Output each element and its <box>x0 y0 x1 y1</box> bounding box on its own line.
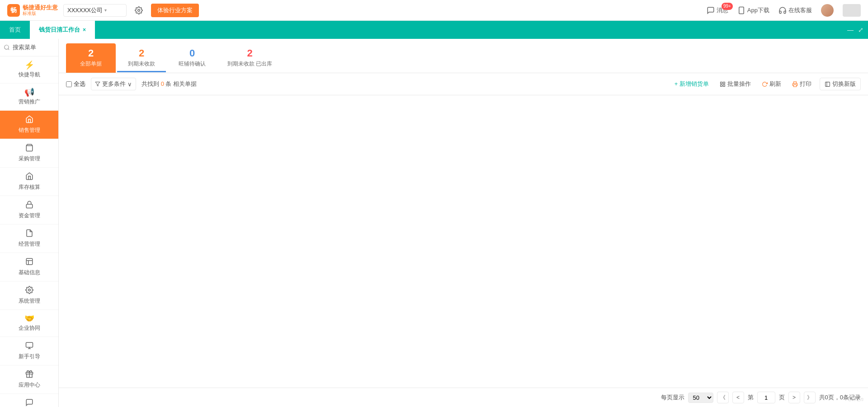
filter-icon <box>95 81 100 87</box>
stat-tab-overdue-label: 到期未收款 <box>128 60 155 68</box>
app-download-action[interactable]: App下载 <box>737 6 769 14</box>
settings-button[interactable] <box>132 4 146 17</box>
filter-button[interactable]: 更多条件 ∨ <box>91 78 136 90</box>
tab-workbench-label: 钱货日清工作台 <box>39 26 80 34</box>
experience-button[interactable]: 体验行业方案 <box>151 4 199 17</box>
refresh-icon <box>762 81 768 87</box>
sidebar-item-sales[interactable]: 销售管理 <box>0 111 58 139</box>
main-layout: 搜索菜单 ⚡ 快捷导航 📢 营销推广 销售管理 采购管理 <box>0 39 868 407</box>
sidebar-item-wechat[interactable]: 企业微信 <box>0 394 58 407</box>
stat-tab-pending-label: 旺辅待确认 <box>179 60 206 68</box>
batch-operation-button[interactable]: 批量操作 <box>717 78 754 90</box>
logo-sub-text: 标准版 <box>23 11 58 16</box>
sidebar-label-marketing: 营销推广 <box>19 98 40 106</box>
user-name-area[interactable] <box>843 4 861 17</box>
user-avatar[interactable] <box>821 4 834 17</box>
top-header: 畅 畅捷通好生意 标准版 XXXXXX公司 ▾ 体验行业方案 消息 99+ <box>0 0 868 21</box>
sidebar-item-app-center[interactable]: 应用中心 <box>0 365 58 394</box>
sidebar-item-guide[interactable]: 新手引导 <box>0 337 58 365</box>
online-service-action[interactable]: 在线客服 <box>778 6 812 14</box>
tab-maximize-button[interactable]: ⤢ <box>858 26 863 33</box>
stat-tab-all[interactable]: 2 全部单据 <box>66 43 116 73</box>
sidebar-item-marketing[interactable]: 📢 营销推广 <box>0 84 58 111</box>
stat-tab-overdue-num: 2 <box>139 47 144 59</box>
sidebar-label-enterprise: 企业协同 <box>19 324 40 332</box>
switch-label: 切换新版 <box>832 80 856 88</box>
refresh-button[interactable]: 刷新 <box>759 78 784 90</box>
found-prefix: 共找到 <box>142 80 159 87</box>
search-icon <box>4 44 10 51</box>
sidebar-label-basic-info: 基础信息 <box>19 269 40 276</box>
stat-tab-shipped[interactable]: 2 到期未收款 已出库 <box>218 43 282 73</box>
company-name: XXXXXX公司 <box>67 6 103 14</box>
select-all-checkbox[interactable]: 全选 <box>66 80 85 88</box>
svg-rect-20 <box>723 84 725 86</box>
select-all-label: 全选 <box>74 80 85 88</box>
toolbar-right: + 新增销货单 批量操作 刷新 打印 <box>672 78 861 90</box>
select-all-input[interactable] <box>66 81 72 87</box>
tab-workbench[interactable]: 钱货日清工作台 × <box>30 21 95 39</box>
sidebar-item-basic-info[interactable]: 基础信息 <box>0 253 58 281</box>
add-sale-button[interactable]: + 新增销货单 <box>672 78 712 90</box>
first-page-button[interactable]: 《 <box>717 392 729 403</box>
headset-icon <box>778 6 787 14</box>
prev-page-button[interactable]: < <box>732 392 744 403</box>
sidebar-item-system[interactable]: 系统管理 <box>0 281 58 310</box>
svg-rect-18 <box>723 82 725 84</box>
total-label: 共0页，0条记录 <box>819 393 861 402</box>
app-download-icon <box>737 6 745 14</box>
app-logo-icon: 畅 <box>7 4 20 17</box>
company-selector[interactable]: XXXXXX公司 ▾ <box>63 4 127 17</box>
operations-icon <box>25 229 33 239</box>
last-page-button[interactable]: 》 <box>804 392 816 403</box>
sidebar-item-finance[interactable]: 资金管理 <box>0 196 58 225</box>
stat-tab-pending[interactable]: 0 旺辅待确认 <box>167 43 217 73</box>
switch-icon <box>825 81 830 87</box>
tab-bar: 首页 钱货日清工作台 × — ⤢ <box>0 21 868 39</box>
svg-point-0 <box>138 9 140 11</box>
pagination-bar: 每页显示 50 100 《 < 第 页 > 》 共0页，0条记录 <box>59 388 868 407</box>
toolbar: 全选 更多条件 ∨ 共找到 0 条 相关单据 + 新增销货单 <box>59 73 868 95</box>
sidebar-item-operations[interactable]: 经营管理 <box>0 225 58 253</box>
print-icon <box>792 81 798 87</box>
app-download-label: App下载 <box>747 6 769 14</box>
tab-minimize-button[interactable]: — <box>847 26 854 33</box>
next-page-button[interactable]: > <box>788 392 800 403</box>
found-count: 0 <box>161 80 164 87</box>
purchase-icon <box>25 144 33 153</box>
finance-icon <box>25 201 33 210</box>
tab-bar-actions: — ⤢ <box>847 26 868 33</box>
tab-home[interactable]: 首页 <box>0 21 30 39</box>
switch-new-button[interactable]: 切换新版 <box>820 78 861 90</box>
sidebar-search[interactable]: 搜索菜单 <box>0 39 58 56</box>
sidebar-label-app-center: 应用中心 <box>19 381 40 389</box>
guide-icon <box>25 342 33 351</box>
sidebar-item-enterprise[interactable]: 🤝 企业协同 <box>0 310 58 337</box>
svg-marker-16 <box>95 82 100 86</box>
header-left: 畅 畅捷通好生意 标准版 XXXXXX公司 ▾ 体验行业方案 <box>7 4 199 17</box>
sidebar-item-quick-nav[interactable]: ⚡ 快捷导航 <box>0 56 58 84</box>
sidebar-item-inventory[interactable]: 库存核算 <box>0 168 58 196</box>
page-input[interactable] <box>757 392 775 403</box>
svg-point-3 <box>5 45 9 49</box>
svg-rect-21 <box>793 84 797 86</box>
sidebar-label-operations: 经营管理 <box>19 240 40 248</box>
sidebar-label-purchase: 采购管理 <box>19 155 40 163</box>
batch-label: 批量操作 <box>727 80 751 88</box>
tab-close-icon[interactable]: × <box>83 27 86 33</box>
page-suffix: 页 <box>779 393 785 402</box>
svg-point-10 <box>28 289 30 291</box>
tab-home-label: 首页 <box>9 26 21 34</box>
sidebar-item-purchase[interactable]: 采购管理 <box>0 139 58 168</box>
stat-tab-shipped-num: 2 <box>247 47 253 59</box>
print-label: 打印 <box>800 80 811 88</box>
print-button[interactable]: 打印 <box>789 78 814 90</box>
sidebar-label-finance: 资金管理 <box>19 212 40 220</box>
stat-tab-overdue[interactable]: 2 到期未收款 <box>117 43 166 73</box>
marketing-icon: 📢 <box>24 88 34 96</box>
per-page-select[interactable]: 50 100 <box>688 393 713 403</box>
sidebar-label-guide: 新手引导 <box>19 353 40 360</box>
message-action[interactable]: 消息 99+ <box>707 6 728 14</box>
table-area <box>59 95 868 388</box>
chevron-down-icon: ▾ <box>104 8 107 13</box>
